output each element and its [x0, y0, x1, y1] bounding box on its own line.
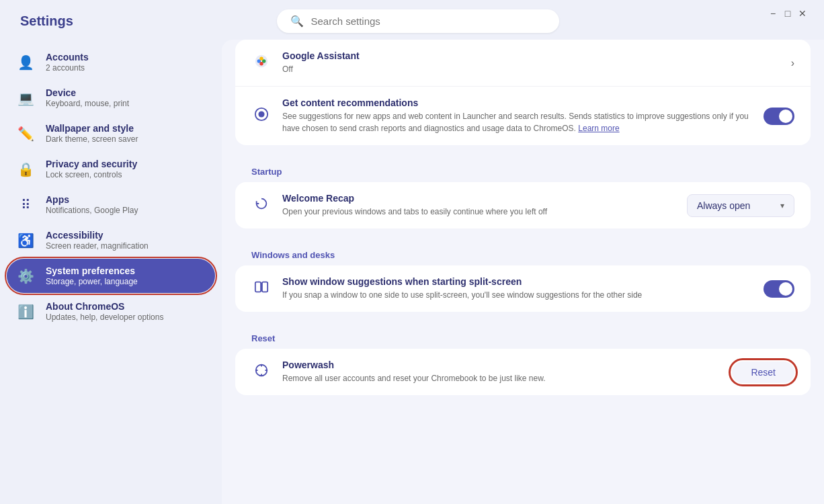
powerwash-reset-button[interactable]: Reset: [732, 362, 794, 383]
system-label: System preferences: [46, 265, 206, 276]
maximize-button[interactable]: □: [782, 8, 793, 19]
system-sub: Storage, power, language: [46, 277, 206, 286]
accounts-sub: 2 accounts: [46, 63, 206, 73]
apps-label: Apps: [46, 194, 206, 205]
header: Settings 🔍: [0, 0, 824, 40]
accessibility-icon: ♿: [16, 233, 35, 249]
search-bar[interactable]: 🔍: [277, 9, 559, 33]
wallpaper-icon: ✏️: [16, 126, 35, 142]
svg-point-3: [259, 57, 263, 61]
startup-card: Welcome Recap Open your previous windows…: [235, 182, 811, 228]
sidebar-item-system[interactable]: ⚙️ System preferences Storage, power, la…: [7, 259, 215, 293]
about-label: About ChromeOS: [46, 301, 206, 312]
powerwash-desc: Remove all user accounts and reset your …: [282, 372, 721, 384]
powerwash-title: Powerwash: [282, 360, 721, 370]
split-screen-icon: [251, 280, 272, 298]
content-rec-title: Get content recommendations: [282, 97, 753, 108]
split-screen-row: Show window suggestions when starting sp…: [235, 265, 811, 312]
google-assistant-icon: [251, 54, 272, 72]
dropdown-arrow-icon: ▾: [780, 201, 784, 210]
welcome-recap-title: Welcome Recap: [282, 193, 676, 204]
content-recommendations-row: Get content recommendations See suggesti…: [235, 87, 811, 145]
welcome-recap-dropdown-value: Always open: [697, 200, 774, 211]
google-assistant-row[interactable]: Google Assistant Off ›: [235, 40, 811, 87]
wallpaper-sub: Dark theme, screen saver: [46, 134, 206, 144]
google-assistant-value: Off: [282, 63, 780, 75]
main-content: Google Assistant Off › Get content rec: [222, 40, 824, 504]
welcome-recap-row: Welcome Recap Open your previous windows…: [235, 182, 811, 228]
sidebar-item-accessibility[interactable]: ♿ Accessibility Screen reader, magnifica…: [7, 223, 215, 257]
learn-more-link[interactable]: Learn more: [578, 124, 619, 133]
powerwash-row: Powerwash Remove all user accounts and r…: [235, 349, 811, 395]
startup-section-header: Startup: [235, 156, 811, 182]
google-assistant-title: Google Assistant: [282, 50, 780, 61]
wallpaper-label: Wallpaper and style: [46, 123, 206, 134]
sidebar-item-privacy[interactable]: 🔒 Privacy and security Lock screen, cont…: [7, 152, 215, 186]
device-sub: Keyboard, mouse, print: [46, 99, 206, 108]
reset-card: Powerwash Remove all user accounts and r…: [235, 349, 811, 395]
about-sub: Updates, help, developer options: [46, 312, 206, 322]
apps-icon: ⠿: [16, 197, 35, 213]
privacy-label: Privacy and security: [46, 159, 206, 169]
search-icon: 🔍: [290, 15, 304, 28]
body: 👤 Accounts 2 accounts 💻 Device Keyboard,…: [0, 40, 824, 504]
split-screen-desc: If you snap a window to one side to use …: [282, 289, 753, 301]
device-icon: 💻: [16, 90, 35, 106]
privacy-icon: 🔒: [16, 161, 35, 177]
accounts-icon: 👤: [16, 54, 35, 71]
content-rec-desc: See suggestions for new apps and web con…: [282, 110, 753, 134]
apps-sub: Notifications, Google Play: [46, 206, 206, 215]
system-icon: ⚙️: [16, 268, 35, 284]
content-rec-icon: [251, 107, 272, 125]
welcome-recap-icon: [251, 196, 272, 214]
split-screen-title: Show window suggestions when starting sp…: [282, 276, 753, 287]
sidebar-item-device[interactable]: 💻 Device Keyboard, mouse, print: [7, 81, 215, 115]
windows-desks-card: Show window suggestions when starting sp…: [235, 265, 811, 312]
sidebar-item-apps[interactable]: ⠿ Apps Notifications, Google Play: [7, 187, 215, 222]
svg-rect-7: [255, 282, 261, 292]
privacy-sub: Lock screen, controls: [46, 170, 206, 179]
sidebar-item-accounts[interactable]: 👤 Accounts 2 accounts: [7, 45, 215, 79]
welcome-recap-desc: Open your previous windows and tabs to e…: [282, 206, 676, 218]
accessibility-sub: Screen reader, magnification: [46, 241, 206, 251]
google-assistant-chevron-icon: ›: [791, 57, 794, 69]
app-window: Settings 🔍 👤 Accounts 2 accounts 💻 Devic…: [0, 0, 824, 504]
sidebar-item-about[interactable]: ℹ️ About ChromeOS Updates, help, develop…: [7, 294, 215, 329]
welcome-recap-dropdown[interactable]: Always open ▾: [687, 194, 794, 217]
content-rec-toggle[interactable]: [764, 108, 794, 125]
search-input[interactable]: [311, 15, 546, 27]
reset-section-header: Reset: [235, 323, 811, 349]
sidebar-item-wallpaper[interactable]: ✏️ Wallpaper and style Dark theme, scree…: [7, 116, 215, 151]
svg-point-4: [259, 62, 263, 66]
sidebar: 👤 Accounts 2 accounts 💻 Device Keyboard,…: [0, 40, 222, 504]
google-assistant-card: Google Assistant Off › Get content rec: [235, 40, 811, 145]
page-title: Settings: [20, 13, 73, 29]
split-screen-toggle[interactable]: [764, 280, 794, 298]
windows-desks-section-header: Windows and desks: [235, 239, 811, 265]
svg-point-6: [258, 111, 264, 117]
accessibility-label: Accessibility: [46, 230, 206, 241]
powerwash-icon: [251, 363, 272, 381]
minimize-button[interactable]: −: [768, 8, 778, 19]
svg-rect-8: [262, 282, 267, 292]
close-button[interactable]: ✕: [797, 8, 808, 19]
accounts-label: Accounts: [46, 52, 206, 62]
device-label: Device: [46, 87, 206, 98]
about-icon: ℹ️: [16, 304, 35, 320]
